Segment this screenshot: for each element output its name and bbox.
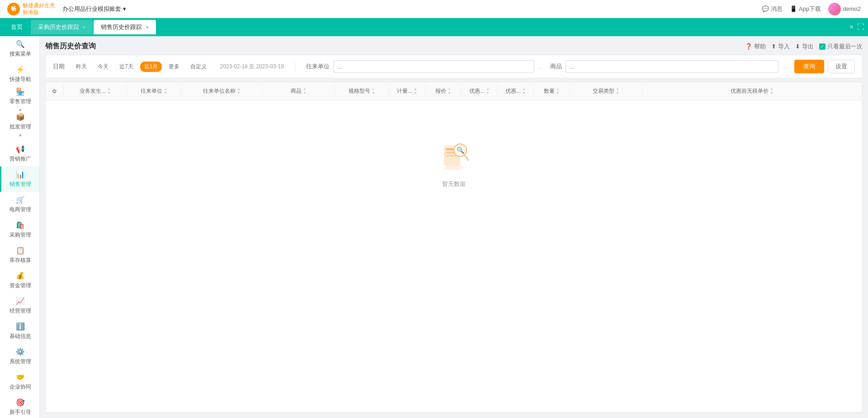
- top-bar-left: 畅 畅捷通好生意 标准版 办公用品行业模拟账套 ▾: [7, 2, 130, 15]
- product-ellipsis: ...: [782, 63, 787, 70]
- sidebar-item-enterprise-coop[interactable]: 🤝 企业协同: [0, 369, 39, 394]
- sort-unit-measure[interactable]: ▲ ▼: [414, 87, 417, 95]
- import-button[interactable]: ⬆ 导入: [771, 43, 790, 51]
- export-button[interactable]: ⬇ 导出: [795, 43, 814, 51]
- col-unit-code[interactable]: 往来单位 ▲ ▼: [127, 84, 181, 99]
- col-unit-name[interactable]: 往来单位名称 ▲ ▼: [181, 84, 263, 99]
- sort-quote[interactable]: ▲ ▼: [448, 87, 451, 95]
- sort-down-icon-5: ▼: [372, 91, 375, 95]
- date-btn-yesterday[interactable]: 昨天: [72, 62, 91, 72]
- sort-unit-name[interactable]: ▲ ▼: [237, 87, 241, 95]
- chevron-up-icon: ▲: [19, 107, 23, 112]
- sidebar-item-beginner-guide[interactable]: 🎯 新手引导: [0, 394, 39, 418]
- counterparty-input[interactable]: [333, 60, 534, 73]
- col-product[interactable]: 商品 ▲ ▼: [263, 84, 335, 99]
- sidebar-item-ecommerce[interactable]: 🛒 电商管理: [0, 192, 39, 217]
- sort-down-icon-8: ▼: [486, 91, 490, 95]
- sort-qty[interactable]: ▲ ▼: [556, 87, 560, 95]
- date-btn-today[interactable]: 今天: [94, 62, 113, 72]
- retail-icon: 🏪: [16, 87, 25, 96]
- maximize-button[interactable]: ⛶: [857, 23, 864, 31]
- sort-up-icon-10: ▲: [556, 87, 560, 91]
- content-area: 销售历史价查询 ❓ 帮助 ⬆ 导入 ⬇ 导出 ✓ 只看最后一次: [40, 36, 868, 418]
- sidebar-item-sales-mgmt[interactable]: 📊 销售管理: [0, 166, 39, 192]
- system-icon: ⚙️: [16, 347, 25, 356]
- counterparty-label: 往来单位: [306, 62, 330, 71]
- product-filter: 商品 ...: [550, 60, 787, 73]
- sidebar-item-ops[interactable]: 📈 经营管理: [0, 293, 39, 318]
- sidebar-item-retail-mgmt[interactable]: 🏪 零售管理 ▲: [0, 87, 39, 112]
- date-btn-last7[interactable]: 近7天: [115, 62, 137, 72]
- sort-spec[interactable]: ▲ ▼: [372, 87, 375, 95]
- sort-up-icon-11: ▲: [616, 87, 619, 91]
- filter-divider-1: [295, 62, 295, 71]
- col-discount2[interactable]: 优惠... ▲ ▼: [498, 84, 534, 99]
- import-icon: ⬆: [771, 43, 776, 50]
- app-download-button[interactable]: 📱 App下载: [790, 5, 821, 13]
- sort-discount1[interactable]: ▲ ▼: [486, 87, 490, 95]
- sort-pretax-price[interactable]: ▲ ▼: [770, 87, 774, 95]
- data-table: ⚙ 业务发生... ▲ ▼ 往来单位 ▲ ▼ 往: [45, 82, 863, 413]
- app-selector[interactable]: 办公用品行业模拟账套 ▾: [59, 3, 130, 15]
- tab-home[interactable]: 首页: [4, 20, 30, 34]
- col-business-date[interactable]: 业务发生... ▲ ▼: [64, 84, 127, 99]
- date-btn-custom[interactable]: 自定义: [186, 62, 211, 72]
- col-quote[interactable]: 报价 ▲ ▼: [425, 84, 462, 99]
- sort-unit-code[interactable]: ▲ ▼: [164, 87, 167, 95]
- user-profile[interactable]: demo2: [828, 3, 861, 15]
- date-btn-more[interactable]: 更多: [165, 62, 184, 72]
- table-header: ⚙ 业务发生... ▲ ▼ 往来单位 ▲ ▼ 往: [46, 82, 862, 100]
- sort-product[interactable]: ▲ ▼: [303, 87, 307, 95]
- sort-business-date[interactable]: ▲ ▼: [107, 87, 111, 95]
- date-filter-label: 日期: [53, 62, 65, 71]
- chevron-down-icon: ▾: [123, 5, 126, 12]
- sidebar-item-marketing[interactable]: 📢 营销推广: [0, 141, 39, 166]
- sidebar-item-system[interactable]: ⚙️ 系统管理: [0, 344, 39, 369]
- basic-info-icon: ℹ️: [16, 322, 25, 331]
- marketing-icon: 📢: [16, 145, 25, 153]
- sort-down-icon: ▼: [107, 91, 111, 95]
- sidebar-item-search-menu[interactable]: 🔍 搜索菜单: [0, 36, 39, 62]
- message-button[interactable]: 💬 消息: [762, 5, 783, 13]
- tab-purchase-close[interactable]: ×: [83, 24, 85, 30]
- col-spec[interactable]: 规格型号 ▲ ▼: [335, 84, 389, 99]
- col-trade-type[interactable]: 交易类型 ▲ ▼: [570, 84, 642, 99]
- sort-up-icon: ▲: [107, 87, 111, 91]
- sort-down-icon-2: ▼: [164, 91, 167, 95]
- col-settings[interactable]: ⚙: [46, 85, 64, 98]
- sort-down-icon-9: ▼: [522, 91, 526, 95]
- tab-sales-close[interactable]: ×: [146, 24, 148, 30]
- sidebar-item-basic-info[interactable]: ℹ️ 基础信息: [0, 318, 39, 344]
- sidebar-item-quick-nav[interactable]: ⚡ 快捷导航: [0, 62, 39, 87]
- product-input[interactable]: [566, 60, 778, 73]
- only-last-checkbox[interactable]: ✓ 只看最后一次: [819, 43, 863, 51]
- sort-up-icon-5: ▲: [372, 87, 375, 91]
- settings-button[interactable]: 设置: [828, 60, 855, 73]
- query-button[interactable]: 查询: [794, 60, 824, 73]
- col-unit-measure[interactable]: 计量... ▲ ▼: [389, 84, 425, 99]
- tab-purchase-history[interactable]: 采购历史价跟踪 ×: [31, 20, 93, 34]
- close-all-tabs-button[interactable]: ×: [849, 23, 854, 31]
- col-discount1[interactable]: 优惠... ▲ ▼: [462, 84, 498, 99]
- tab-sales-history[interactable]: 销售历史价跟踪 ×: [94, 20, 156, 34]
- sidebar-item-wholesale-mgmt[interactable]: 📦 批发管理 ▲: [0, 112, 39, 138]
- tab-bar: 首页 采购历史价跟踪 × 销售历史价跟踪 × × ⛶: [0, 18, 868, 36]
- sort-trade-type[interactable]: ▲ ▼: [616, 87, 619, 95]
- date-btn-last1month[interactable]: 近1月: [140, 62, 162, 72]
- sort-discount2[interactable]: ▲ ▼: [522, 87, 526, 95]
- ecommerce-icon: 🛒: [16, 195, 25, 204]
- top-bar: 畅 畅捷通好生意 标准版 办公用品行业模拟账套 ▾ 💬 消息 📱 App下载 d…: [0, 0, 868, 18]
- product-label: 商品: [550, 62, 562, 71]
- sidebar-item-purchase[interactable]: 🛍️ 采购管理: [0, 217, 39, 242]
- col-pretax-price[interactable]: 优惠前无税单价 ▲ ▼: [642, 84, 862, 99]
- sort-up-icon-7: ▲: [448, 87, 451, 91]
- export-icon: ⬇: [795, 43, 800, 50]
- finance-icon: 💰: [16, 271, 25, 280]
- sidebar-item-inventory[interactable]: 📋 库存核算: [0, 242, 39, 268]
- counterparty-ellipsis: ...: [538, 63, 543, 70]
- help-button[interactable]: ❓ 帮助: [745, 43, 766, 51]
- sort-down-icon-3: ▼: [237, 91, 241, 95]
- coop-icon: 🤝: [16, 373, 25, 381]
- col-qty[interactable]: 数量 ▲ ▼: [534, 84, 570, 99]
- sidebar-item-finance[interactable]: 💰 资金管理: [0, 268, 39, 293]
